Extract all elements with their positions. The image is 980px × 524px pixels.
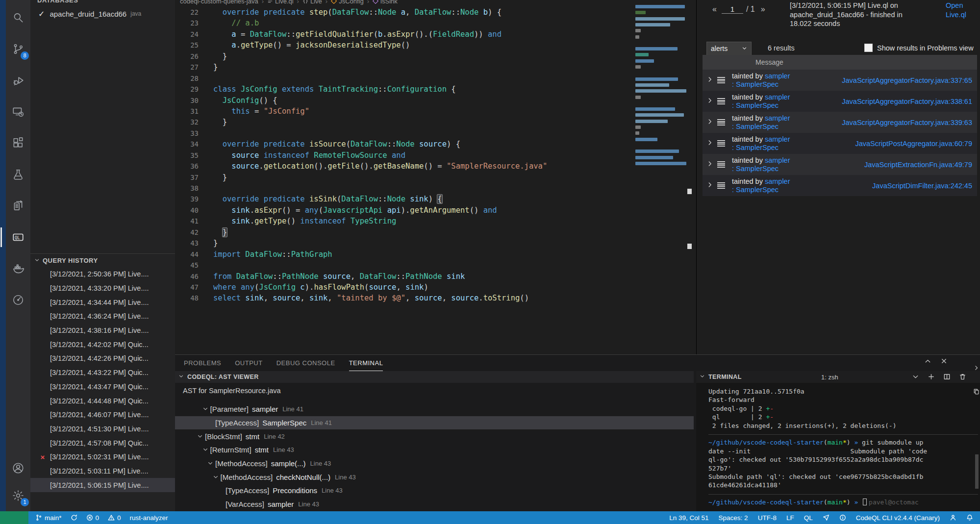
- code-line[interactable]: 28: [175, 73, 636, 84]
- query-history-item[interactable]: [3/12/2021, 4:33:20 PM] Live....: [30, 281, 175, 296]
- query-history-item[interactable]: [3/12/2021, 4:36:24 PM] Live....: [30, 309, 175, 324]
- message-link[interactable]: sampler: [765, 72, 790, 80]
- query-history-item[interactable]: [3/12/2021, 4:51:30 PM] Live....: [30, 422, 175, 436]
- code-line[interactable]: 26 }: [175, 51, 636, 62]
- activity-item-run-debug-icon[interactable]: [6, 69, 30, 92]
- activity-item-codeql-icon[interactable]: QL: [6, 225, 30, 249]
- message-link[interactable]: : SamplerSpec: [732, 80, 779, 88]
- query-history-item[interactable]: [3/12/2021, 4:43:47 PM] Quic...: [30, 380, 175, 394]
- breadcrumb-item[interactable]: JsConfig: [331, 0, 364, 5]
- code-line[interactable]: 47where any(JsConfig c).hasFlowPath(sour…: [175, 282, 636, 293]
- query-history-item[interactable]: [3/12/2021, 4:34:44 PM] Live....: [30, 295, 175, 309]
- panel-tab-problems[interactable]: PROBLEMS: [184, 355, 221, 371]
- alert-row[interactable]: tainted by sampler: SamplerSpecJavaScrip…: [703, 175, 977, 196]
- alert-row[interactable]: tainted by sampler: SamplerSpecJavaScrip…: [703, 91, 977, 112]
- code-line[interactable]: 37 }: [175, 172, 636, 183]
- chevron-right-icon[interactable]: [703, 97, 717, 106]
- message-link[interactable]: : SamplerSpec: [732, 165, 779, 173]
- warnings-count[interactable]: 0: [108, 514, 121, 522]
- code-line[interactable]: 40 sink.asExpr() = any(JavascriptApi api…: [175, 205, 636, 216]
- query-history-section-header[interactable]: QUERY HISTORY: [30, 254, 175, 267]
- message-link[interactable]: : SamplerSpec: [732, 144, 779, 151]
- panel-tab-output[interactable]: OUTPUT: [235, 355, 262, 371]
- code-line[interactable]: 35 source instanceof RemoteFlowSource an…: [175, 150, 636, 161]
- alert-row[interactable]: tainted by sampler: SamplerSpecJavaScrip…: [703, 133, 977, 154]
- errors-count[interactable]: 0: [86, 514, 100, 522]
- chevron-down-icon[interactable]: [202, 405, 210, 413]
- open-query-link[interactable]: Open Live.ql: [946, 1, 976, 20]
- terminal-shell-selector[interactable]: 1: zsh: [821, 374, 838, 381]
- message-link[interactable]: sampler: [765, 114, 790, 122]
- terminal-output[interactable]: Updating 721aa10..5715f0aFast-forward co…: [708, 387, 973, 506]
- chevron-down-icon[interactable]: [912, 373, 919, 382]
- chevron-down-icon[interactable]: [202, 446, 210, 454]
- codeql-cli-version[interactable]: CodeQL CLI v2.4.4 (Canary): [856, 514, 940, 522]
- trash-icon[interactable]: [959, 373, 966, 382]
- code-content[interactable]: 22 override predicate step(DataFlow::Nod…: [175, 7, 636, 304]
- encoding[interactable]: UTF-8: [758, 514, 777, 522]
- code-line[interactable]: 32 }: [175, 117, 636, 127]
- breadcrumb-item[interactable]: isSink: [373, 0, 398, 5]
- message-link[interactable]: sampler: [765, 156, 790, 164]
- activity-item-remote-explorer-icon[interactable]: [6, 100, 30, 124]
- account-status[interactable]: [950, 514, 956, 521]
- feedback-button[interactable]: [823, 514, 829, 521]
- code-line[interactable]: 34 override predicate isSource(DataFlow:…: [175, 139, 636, 150]
- show-results-checkbox[interactable]: [864, 44, 873, 52]
- message-link[interactable]: sampler: [765, 135, 790, 143]
- activity-item-account-icon[interactable]: [6, 456, 30, 480]
- activity-item-docker-icon[interactable]: [6, 257, 30, 280]
- terminal-panel[interactable]: TERMINAL 1: zsh Updating 721aa10..5715f0…: [696, 371, 980, 512]
- new-terminal-icon[interactable]: [928, 373, 935, 382]
- databases-section-header[interactable]: DATABASES: [37, 0, 78, 4]
- query-history-item[interactable]: [3/12/2021, 5:06:15 PM] Live....: [30, 478, 175, 492]
- code-line[interactable]: 22 override predicate step(DataFlow::Nod…: [175, 7, 636, 18]
- language-mode[interactable]: QL: [804, 514, 813, 522]
- location-link[interactable]: JavaScriptAggregatorFactory.java:339:63: [815, 119, 977, 126]
- indentation[interactable]: Spaces: 2: [719, 514, 748, 522]
- remote-indicator[interactable]: [0, 511, 28, 524]
- code-line[interactable]: 44import DataFlow::PathGraph: [175, 249, 636, 260]
- alert-row[interactable]: tainted by sampler: SamplerSpecJavaScrip…: [703, 154, 977, 175]
- query-history-item[interactable]: [3/12/2021, 5:03:11 PM] Live....: [30, 464, 175, 478]
- code-line[interactable]: 29class JsConfig extends TaintTracking::…: [175, 84, 636, 95]
- ast-node[interactable]: [VarAccess]samplerLine 43: [175, 498, 694, 511]
- ast-viewer-header[interactable]: CODEQL: AST VIEWER: [175, 371, 694, 383]
- breadcrumb-item[interactable]: codeql-custom-queries-java: [180, 0, 258, 5]
- ast-node[interactable]: [TypeAccess]SamplerSpecLine 41: [175, 416, 694, 430]
- panel-tab-debug-console[interactable]: DEBUG CONSOLE: [276, 355, 335, 371]
- code-line[interactable]: 36 source.getLocation().getFile().getBas…: [175, 161, 636, 172]
- query-history-item[interactable]: [3/12/2021, 4:42:02 PM] Quic...: [30, 337, 175, 351]
- code-line[interactable]: 43}: [175, 238, 636, 249]
- chevron-right-icon[interactable]: [703, 139, 717, 148]
- code-line[interactable]: 45: [175, 260, 636, 271]
- sync-button[interactable]: [71, 514, 77, 521]
- code-editor[interactable]: codeql-custom-queries-java›Live.ql›Live›…: [175, 0, 694, 354]
- alert-row[interactable]: tainted by sampler: SamplerSpecJavaScrip…: [703, 112, 977, 133]
- chevron-right-icon[interactable]: [703, 118, 717, 127]
- split-terminal-icon[interactable]: [943, 373, 951, 382]
- code-line[interactable]: 38: [175, 183, 636, 194]
- chevron-right-icon[interactable]: [703, 160, 717, 169]
- eol[interactable]: LF: [786, 514, 794, 522]
- close-panel-icon[interactable]: [940, 357, 948, 367]
- query-history-item[interactable]: [3/12/2021, 4:46:07 PM] Live....: [30, 408, 175, 422]
- location-link[interactable]: JavaScriptPostAggregator.java:60:79: [815, 140, 977, 148]
- ast-node[interactable]: [BlockStmt]stmtLine 42: [175, 429, 694, 443]
- code-line[interactable]: 41 sink.getType() instanceof TypeString: [175, 216, 636, 226]
- query-history-item[interactable]: [3/12/2021, 4:43:22 PM] Quic...: [30, 366, 175, 380]
- minimap[interactable]: [635, 4, 687, 190]
- chevron-down-icon[interactable]: [207, 459, 215, 468]
- copy-pages-icon[interactable]: [973, 388, 980, 397]
- query-history-item[interactable]: [3/12/2021, 4:38:16 PM] Live....: [30, 324, 175, 338]
- chevron-right-icon[interactable]: [973, 364, 980, 373]
- query-history-item[interactable]: [3/12/2021, 4:44:48 PM] Quic...: [30, 394, 175, 408]
- chevron-down-icon[interactable]: [197, 432, 205, 441]
- query-history-item[interactable]: [3/12/2021, 2:50:36 PM] Live....: [30, 267, 175, 281]
- code-line[interactable]: 30 JsConfig() {: [175, 95, 636, 106]
- cursor-position[interactable]: Ln 39, Col 51: [669, 514, 708, 522]
- location-link[interactable]: JavaScriptAggregatorFactory.java:338:61: [815, 98, 977, 105]
- code-line[interactable]: 39 override predicate isSink(DataFlow::N…: [175, 194, 636, 204]
- breadcrumb[interactable]: codeql-custom-queries-java›Live.ql›Live›…: [180, 0, 398, 5]
- activity-item-query-history-icon[interactable]: [6, 194, 30, 218]
